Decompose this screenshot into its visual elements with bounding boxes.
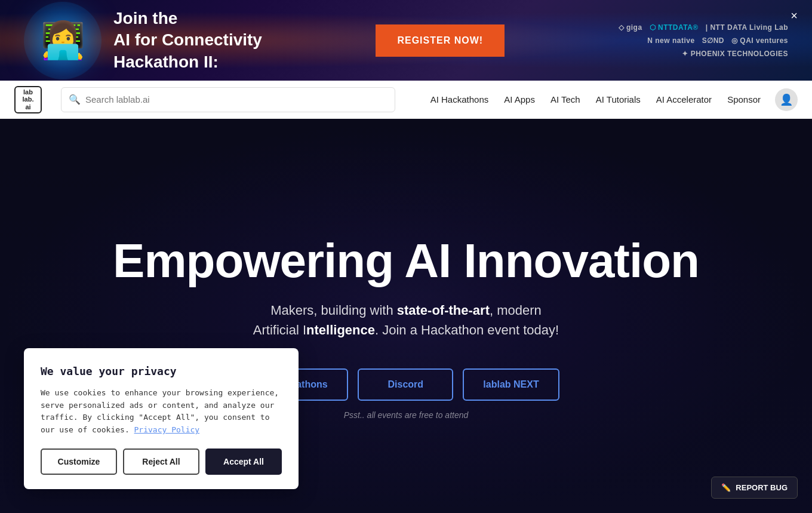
nav-links: AI Hackathons AI Apps AI Tech AI Tutoria… [425, 88, 798, 111]
discord-button[interactable]: Discord [358, 368, 453, 401]
cookie-consent-banner: We value your privacy We use cookies to … [24, 348, 299, 489]
sponsor-nttdata-living: | NTT DATA Living Lab [706, 23, 788, 32]
nav-logo[interactable]: lablab.ai [14, 86, 42, 113]
register-now-button[interactable]: REGISTER NOW! [376, 24, 505, 57]
sponsor-sond: S∅ND [702, 36, 724, 45]
navbar: lablab.ai 🔍 AI Hackathons AI Apps AI Tec… [0, 81, 812, 119]
report-bug-button[interactable]: ✏️ REPORT BUG [711, 477, 798, 499]
cookie-title: We value your privacy [41, 365, 282, 377]
banner: 👩‍💻 Join the AI for Connectivity Hackath… [0, 0, 812, 81]
banner-center: REGISTER NOW! [376, 24, 505, 57]
hero-subtitle-suffix: . Join a Hackathon event today! [375, 322, 559, 337]
hero-subtitle-ai: Artificial I [253, 322, 306, 337]
accept-all-button[interactable]: Accept All [205, 449, 282, 475]
hero-subtitle-pre: Makers, building with [270, 303, 397, 318]
report-bug-label: REPORT BUG [736, 483, 788, 492]
nav-link-ai-accelerator[interactable]: AI Accelerator [650, 90, 718, 109]
search-input[interactable] [85, 94, 387, 105]
search-bar: 🔍 [61, 87, 395, 112]
sponsor-qai: ◎ QAI ventures [731, 36, 788, 45]
lablab-next-button[interactable]: lablab NEXT [463, 368, 559, 401]
cookie-buttons: Customize Reject All Accept All [41, 449, 282, 475]
sponsor-giga: ◇ giga [619, 23, 642, 32]
hero-subtitle-mid: , modern [490, 303, 542, 318]
nav-link-ai-apps[interactable]: AI Apps [498, 90, 541, 109]
hero-subtitle: Makers, building with state-of-the-art, … [197, 300, 615, 340]
nav-link-ai-tutorials[interactable]: AI Tutorials [590, 90, 647, 109]
banner-left: 👩‍💻 Join the AI for Connectivity Hackath… [24, 2, 262, 79]
customize-button[interactable]: Customize [41, 449, 117, 475]
nav-link-sponsor[interactable]: Sponsor [721, 90, 767, 109]
search-icon: 🔍 [69, 94, 81, 105]
hero-subtitle-bold: state-of-the-art [397, 303, 490, 318]
cookie-text: We use cookies to enhance your browsing … [41, 387, 282, 437]
sponsor-row-3: ✦ PHOENIX TECHNOLOGIES [682, 50, 788, 58]
nav-link-ai-hackathons[interactable]: AI Hackathons [425, 90, 495, 109]
sponsor-row-1: ◇ giga ⬡ NTTDATA® | NTT DATA Living Lab [619, 23, 788, 32]
hero-title: Empowering AI Innovation [24, 236, 788, 286]
banner-sponsors: ◇ giga ⬡ NTTDATA® | NTT DATA Living Lab … [619, 23, 788, 58]
sponsor-phoenix: ✦ PHOENIX TECHNOLOGIES [682, 50, 788, 58]
privacy-policy-link[interactable]: Privacy Policy [134, 425, 200, 434]
banner-avatar-image: 👩‍💻 [24, 2, 102, 79]
nav-link-ai-tech[interactable]: AI Tech [545, 90, 586, 109]
sponsor-nttdata: ⬡ NTTDATA® [650, 23, 699, 32]
sponsor-row-2: N new native S∅ND ◎ QAI ventures [647, 36, 788, 45]
logo-box: lablab.ai [14, 86, 42, 113]
user-avatar-button[interactable]: 👤 [775, 88, 798, 111]
sponsor-new-native: N new native [647, 36, 694, 45]
hero-section: Empowering AI Innovation Makers, buildin… [0, 119, 812, 513]
pencil-icon: ✏️ [721, 483, 731, 492]
banner-close-button[interactable]: × [786, 7, 802, 24]
banner-title: Join the AI for Connectivity Hackathon I… [113, 8, 262, 73]
reject-all-button[interactable]: Reject All [123, 449, 199, 475]
hero-subtitle-bold2: ntelligence [306, 322, 375, 337]
